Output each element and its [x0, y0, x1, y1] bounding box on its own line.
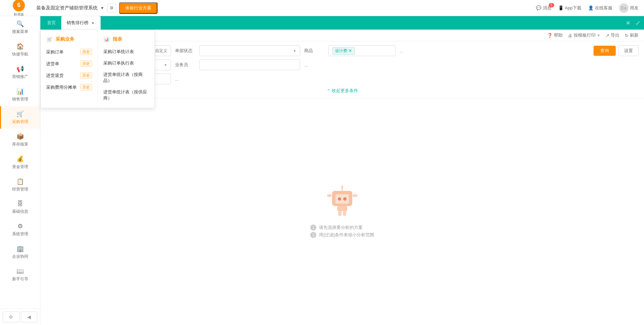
sidebar-item-system[interactable]: ⚙ 系统管理: [0, 218, 40, 241]
dropdown-item-incoming-stats-supplier[interactable]: 进货单统计表（按供应商）: [98, 86, 155, 104]
svg-point-10: [341, 186, 343, 188]
trial-btn[interactable]: 体验行业方案: [119, 2, 157, 14]
dropdown-item-purchase-order[interactable]: 采购订单 历史: [41, 46, 98, 58]
sidebar-item-search[interactable]: 🔍 搜索菜单: [0, 16, 40, 39]
sidebar-label-search: 搜索菜单: [12, 29, 28, 35]
row2-ellipsis[interactable]: ...: [304, 62, 308, 68]
svg-rect-4: [337, 206, 347, 211]
message-icon: 💬: [536, 5, 541, 10]
set-btn[interactable]: 设置: [618, 45, 639, 56]
print-dropdown-icon: ▼: [597, 34, 600, 37]
row1-ellipsis[interactable]: ...: [400, 48, 404, 53]
print-btn[interactable]: 🖨 按模板打印 ▼: [568, 32, 600, 38]
tabbar-expand-btn[interactable]: ⤢: [633, 20, 643, 26]
online-service-label: 在线客服: [595, 5, 612, 11]
sidebar-label-basic: 基础信息: [12, 209, 28, 214]
query-btn[interactable]: 查询: [594, 46, 616, 56]
home-icon: 🏠: [16, 43, 24, 50]
goods-label: 商品: [304, 48, 324, 54]
salesperson-label: 业务员: [175, 62, 195, 68]
print-label: 按模板打印: [574, 32, 596, 38]
message-btn[interactable]: 💬 消息 5: [536, 5, 551, 11]
system-name: 装备及固定资产辅助管理系统: [36, 5, 98, 11]
dropdown-item-purchase-exec[interactable]: 采购订单执行表: [98, 57, 155, 69]
message-badge: 5: [549, 3, 554, 7]
dropdown-item-return[interactable]: 进货退货 历史: [41, 70, 98, 81]
dropdown-purchase-header: 🛒 采购业务: [41, 34, 98, 46]
goods-input[interactable]: 设计费 ✕: [328, 45, 396, 56]
collapse-btn[interactable]: ⌃ 收起更多条件: [327, 88, 358, 94]
row3-ellipsis[interactable]: ...: [175, 76, 179, 82]
online-service-btn[interactable]: 👤 在线客服: [588, 5, 612, 11]
dropdown-item-label-purchase-order: 采购订单: [46, 49, 64, 55]
tabbar-close-all-btn[interactable]: ✕: [623, 20, 633, 26]
dropdown-item-expense[interactable]: 采购费用分摊单 历史: [41, 81, 98, 93]
goods-tag-close[interactable]: ✕: [349, 48, 352, 53]
refresh-btn[interactable]: ↻ 刷新: [625, 32, 639, 38]
topbar-system: 装备及固定资产辅助管理系统 ▼ ⚙ 体验行业方案: [36, 2, 532, 14]
sidebar-label-finance: 资金管理: [12, 164, 28, 170]
date-preset-custom[interactable]: 自定义: [155, 48, 167, 54]
settings-gear[interactable]: ⚙: [107, 3, 116, 13]
sidebar-collapse-btn[interactable]: ◀: [21, 312, 38, 322]
enterprise-icon: 🏢: [16, 245, 24, 252]
hint-num-1: 1: [310, 225, 316, 231]
sidebar-label-enterprise: 企业协同: [12, 254, 28, 259]
help-btn[interactable]: ❓ 帮助: [547, 32, 563, 38]
sidebar-bottom: ⚙ ◀: [0, 309, 40, 325]
sales-icon: 📊: [16, 88, 24, 95]
sidebar-item-sales[interactable]: 📊 销售管理: [0, 84, 40, 106]
svg-rect-7: [338, 211, 342, 216]
rank-dropdown-icon: ▼: [164, 63, 167, 67]
empty-hint-2: 2 用[过滤]条件来缩小分析范围: [310, 232, 374, 238]
operation-icon: 📋: [16, 178, 24, 185]
sidebar-item-finance[interactable]: 💰 资金管理: [0, 151, 40, 174]
logo-subtext: 标准版: [14, 12, 24, 17]
empty-state: 1 请先选择要分析的方案 2 用[过滤]条件来缩小分析范围: [40, 98, 644, 325]
svg-rect-6: [353, 194, 357, 197]
sidebar-item-inventory[interactable]: 📦 库存核算: [0, 129, 40, 151]
sidebar-item-marketing[interactable]: 📢 营销推广: [0, 61, 40, 84]
sidebar-label-quick: 快捷导航: [12, 51, 28, 57]
sidebar-item-enterprise[interactable]: 🏢 企业协同: [0, 241, 40, 263]
export-btn[interactable]: ↗ 导出: [606, 32, 619, 38]
tab-close-btn[interactable]: ✕: [91, 21, 95, 25]
sidebar-item-purchase[interactable]: 🛒 采购管理: [0, 106, 40, 129]
svg-rect-1: [335, 194, 349, 204]
marketing-icon: 📢: [16, 65, 24, 73]
user-initials: Ea: [621, 5, 627, 10]
dropdown-item-label-incoming-stats-goods: 进货单统计表（按商品）: [103, 72, 149, 84]
purchase-header-icon: 🛒: [46, 36, 53, 43]
dropdown-report-col: 📊 报表 采购订单统计表 采购订单执行表 进货单统计表（按商品） 进货单统计表（…: [98, 30, 155, 108]
history-badge-1: 历史: [80, 49, 92, 55]
svg-point-2: [338, 197, 341, 201]
user-btn[interactable]: Ea 用友: [619, 3, 639, 13]
dropdown-item-label-purchase-exec: 采购订单执行表: [103, 60, 134, 66]
dropdown-item-purchase-stats[interactable]: 采购订单统计表: [98, 46, 155, 57]
salesperson-select[interactable]: [199, 59, 300, 70]
sidebar-setting-btn[interactable]: ⚙: [3, 312, 20, 322]
svg-rect-8: [343, 211, 346, 216]
status-select[interactable]: ▼: [199, 45, 300, 56]
export-icon: ↗: [606, 33, 609, 38]
status-dropdown-icon: ▼: [293, 49, 296, 53]
hint-text-2: 用[过滤]条件来缩小分析范围: [319, 232, 374, 238]
dropdown-item-incoming-stats-goods[interactable]: 进货单统计表（按商品）: [98, 69, 155, 86]
tab-home[interactable]: 首页: [42, 16, 61, 30]
system-dropdown-arrow[interactable]: ▼: [100, 6, 104, 10]
svg-rect-5: [327, 194, 332, 197]
topbar: 6 标准版 装备及固定资产辅助管理系统 ▼ ⚙ 体验行业方案 💬 消息 5 📱 …: [0, 0, 644, 16]
app-download-btn[interactable]: 📱 App下载: [558, 5, 581, 11]
tab-sales-rank[interactable]: 销售排行榜 ✕: [61, 16, 101, 30]
basic-icon: 🗄: [17, 200, 23, 207]
refresh-label: 刷新: [630, 32, 639, 38]
empty-hints: 1 请先选择要分析的方案 2 用[过滤]条件来缩小分析范围: [310, 223, 374, 239]
sidebar-item-quick[interactable]: 🏠 快捷导航: [0, 39, 40, 61]
dropdown-report-title: 报表: [113, 36, 122, 42]
dropdown-item-incoming[interactable]: 进货单 历史: [41, 58, 98, 70]
sidebar-item-guide[interactable]: 📖 新手引导: [0, 263, 40, 286]
dropdown-item-label-expense: 采购费用分摊单: [46, 84, 77, 90]
sidebar: 🔍 搜索菜单 🏠 快捷导航 📢 营销推广 📊 销售管理 🛒 采购管理 📦 库存核…: [0, 16, 40, 325]
sidebar-item-basic[interactable]: 🗄 基础信息: [0, 196, 40, 218]
sidebar-item-operation[interactable]: 📋 经营管理: [0, 174, 40, 196]
